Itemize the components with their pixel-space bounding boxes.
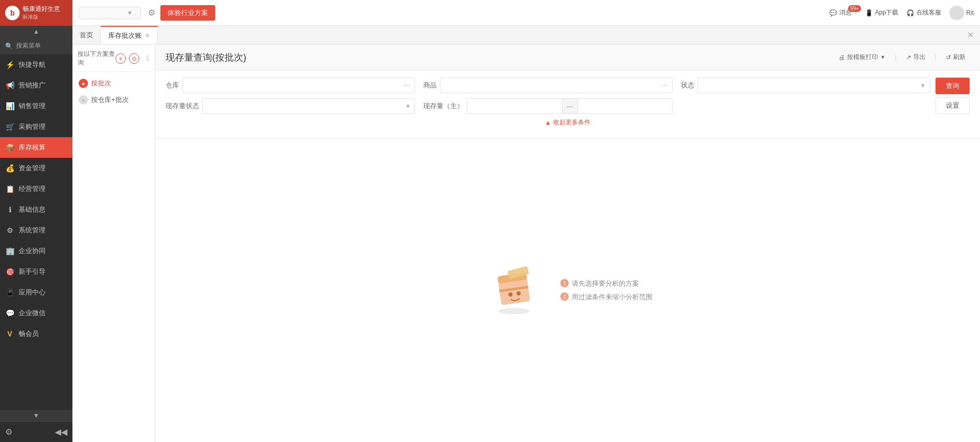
- print-label: 按模板打印: [847, 53, 878, 62]
- search-icon: 🔍: [5, 42, 13, 50]
- inv-qty-filter: 现存量（主） —: [423, 98, 673, 114]
- inv-qty-dash: —: [562, 98, 577, 114]
- new-guide-label: 新手引导: [19, 267, 46, 276]
- empty-step1: 1 请先选择要分析的方案: [560, 279, 652, 288]
- sidebar-item-operations[interactable]: 📋 经营管理: [0, 179, 72, 199]
- export-btn[interactable]: ↗ 导出: [902, 51, 930, 64]
- query-actions: 查询 设置: [936, 78, 970, 114]
- inv-qty-range: —: [467, 98, 673, 114]
- user-area[interactable]: Rit: [949, 6, 974, 20]
- status-label: 状态: [681, 81, 694, 90]
- app-title-block: 畅康通好生意 标准版: [23, 5, 60, 21]
- sidebar-item-inventory[interactable]: 📦 库存核算: [0, 137, 72, 158]
- inventory-icon: 📦: [5, 143, 14, 152]
- scheme-item-batch[interactable]: ● 按批次: [72, 75, 155, 92]
- topbar-search-dropdown-icon[interactable]: ▼: [127, 9, 133, 17]
- basic-info-label: 基础信息: [19, 205, 46, 214]
- message-btn[interactable]: 💬 消息 99+: [829, 8, 857, 17]
- product-input[interactable]: ···: [440, 78, 673, 93]
- sidebar-item-new-guide[interactable]: 🎯 新手引导: [0, 261, 72, 282]
- sidebar-item-enterprise-wechat[interactable]: 💬 企业微信: [0, 303, 72, 323]
- left-panel-title: 按以下方案查询: [78, 50, 115, 67]
- empty-step2: 2 用过滤条件来缩小分析范围: [560, 292, 652, 302]
- app-edition: 标准版: [23, 13, 60, 21]
- status-chevron-icon: ▼: [920, 82, 926, 89]
- purchase-icon: 🛒: [5, 122, 14, 131]
- sidebar-item-basic-info[interactable]: ℹ 基础信息: [0, 199, 72, 220]
- scheme-dot-active: ●: [79, 79, 88, 88]
- scroll-down-btn[interactable]: ▼: [0, 410, 72, 421]
- page-title: 现存量查询(按批次): [166, 51, 246, 64]
- user-avatar: [949, 6, 964, 20]
- inv-qty-max-input[interactable]: [577, 98, 673, 114]
- experience-btn[interactable]: 体验行业方案: [160, 5, 215, 21]
- sidebar-nav: ⚡ 快捷导航 📢 营销推广 📊 销售管理 🛒 采购管理 📦 库存核算 💰 资金管…: [0, 54, 72, 410]
- status-input[interactable]: ▼: [697, 78, 930, 93]
- inv-status-filter: 现存量状态 ▼: [166, 98, 415, 114]
- warehouse-filter: 仓库 ···: [166, 78, 415, 93]
- scheme-gear-btn[interactable]: ⊙: [129, 53, 139, 64]
- enterprise-wechat-label: 企业微信: [19, 308, 46, 318]
- sidebar-item-marketing[interactable]: 📢 营销推广: [0, 75, 72, 96]
- page-header: 现存量查询(按批次) 🖨 按模板打印 ▼ | ↗ 导出 | ↺: [155, 45, 980, 70]
- sidebar: b 畅康通好生意 标准版 ▲ 🔍 搜索菜单 ⚡ 快捷导航 📢 营销推广 📊 销售…: [0, 0, 72, 442]
- tab-home[interactable]: 首页: [72, 26, 101, 44]
- topbar-search-input[interactable]: [83, 9, 125, 17]
- operations-icon: 📋: [5, 184, 14, 194]
- print-btn[interactable]: 🖨 按模板打印 ▼: [835, 51, 889, 64]
- sidebar-item-vip[interactable]: V 畅会员: [0, 323, 72, 344]
- sidebar-item-quick-nav[interactable]: ⚡ 快捷导航: [0, 54, 72, 75]
- app-download-btn[interactable]: 📱 App下载: [865, 8, 898, 17]
- sidebar-item-enterprise[interactable]: 🏢 企业协同: [0, 241, 72, 261]
- settings-footer-btn[interactable]: ⚙: [5, 427, 12, 437]
- empty-illustration: [483, 259, 545, 321]
- scheme-item-warehouse-batch[interactable]: ○ 按仓库+批次: [72, 92, 155, 108]
- query-btn[interactable]: 查询: [936, 78, 970, 94]
- app-name: 畅康通好生意: [23, 5, 60, 13]
- add-scheme-btn[interactable]: +: [115, 53, 126, 64]
- marketing-icon: 📢: [5, 81, 14, 90]
- vip-icon: V: [5, 329, 14, 338]
- scroll-up-btn[interactable]: ▲: [0, 26, 72, 37]
- enterprise-wechat-icon: 💬: [5, 308, 14, 318]
- inventory-label: 库存核算: [19, 143, 46, 152]
- enterprise-label: 企业协同: [19, 246, 46, 256]
- refresh-icon: ↺: [946, 54, 951, 61]
- collapse-up-icon: ▲: [545, 119, 551, 126]
- tab-close-btn[interactable]: ✕: [145, 32, 150, 39]
- collapse-sidebar-btn[interactable]: ◀◀: [55, 427, 67, 437]
- online-service-btn[interactable]: 🎧 在线客服: [907, 8, 941, 17]
- inv-qty-min-input[interactable]: [467, 98, 562, 114]
- inv-status-select[interactable]: [202, 98, 415, 114]
- system-icon: ⚙: [5, 226, 14, 235]
- refresh-label: 刷新: [953, 53, 966, 62]
- print-dropdown-icon[interactable]: ▼: [880, 54, 885, 60]
- topbar: ▼ ⚙ 体验行业方案 💬 消息 99+ 📱 App下载 🎧 在线客服 Rit: [72, 0, 980, 26]
- topbar-search-area[interactable]: ▼: [79, 7, 141, 19]
- sidebar-item-finance[interactable]: 💰 资金管理: [0, 158, 72, 179]
- sidebar-item-app-center[interactable]: 📱 应用中心: [0, 282, 72, 303]
- basic-info-icon: ℹ: [5, 205, 14, 214]
- scheme-dot-inactive: ○: [79, 95, 88, 105]
- filter-area: 仓库 ··· 商品 ···: [155, 70, 980, 139]
- sidebar-item-sales[interactable]: 📊 销售管理: [0, 96, 72, 116]
- empty-text: 1 请先选择要分析的方案 2 用过滤条件来缩小分析范围: [560, 277, 652, 304]
- warehouse-input[interactable]: ···: [182, 78, 415, 93]
- finance-icon: 💰: [5, 164, 14, 173]
- collapse-left-btn[interactable]: 《: [142, 54, 150, 63]
- export-label: 导出: [913, 53, 926, 62]
- left-panel-header: 按以下方案查询 + ⊙ 《: [72, 45, 155, 72]
- settings-btn[interactable]: 设置: [936, 97, 970, 114]
- refresh-btn[interactable]: ↺ 刷新: [942, 51, 970, 64]
- headset-icon: 🎧: [907, 9, 914, 17]
- sidebar-item-purchase[interactable]: 🛒 采购管理: [0, 116, 72, 137]
- tab-inventory-batch[interactable]: 库存批次账 ✕: [101, 26, 158, 44]
- collapse-more-btn[interactable]: ▲ 收起更多条件: [166, 114, 970, 131]
- search-menu-item[interactable]: 🔍 搜索菜单: [0, 37, 72, 54]
- scheme-label-batch: 按批次: [91, 79, 111, 88]
- sidebar-item-system[interactable]: ⚙ 系统管理: [0, 220, 72, 241]
- left-panel: 按以下方案查询 + ⊙ 《 ● 按批次 ○ 按仓库+批次: [72, 45, 155, 442]
- panel-close-btn[interactable]: ✕: [961, 30, 980, 40]
- status-filter: 状态 ▼: [681, 78, 930, 93]
- topbar-gear-icon[interactable]: ⚙: [148, 8, 155, 18]
